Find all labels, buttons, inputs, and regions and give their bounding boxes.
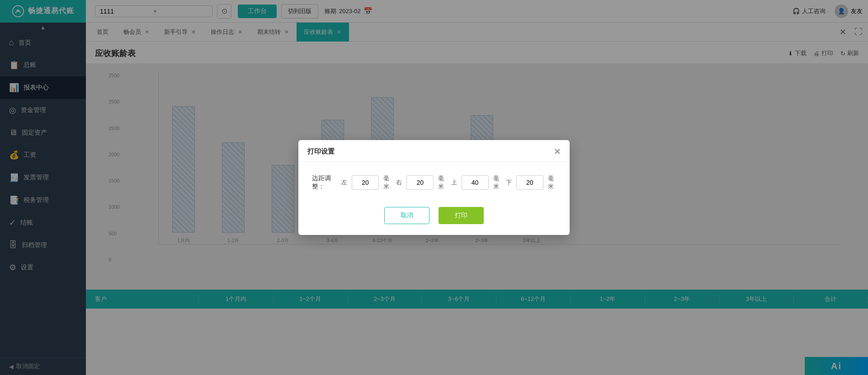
dialog-header: 打印设置 ✕: [298, 140, 570, 162]
confirm-print-button[interactable]: 打印: [439, 207, 484, 224]
left-unit: 毫米: [383, 174, 392, 191]
right-unit: 毫米: [438, 174, 446, 191]
right-margin-input[interactable]: [406, 175, 434, 190]
cancel-button[interactable]: 取消: [384, 207, 429, 224]
dialog-title: 打印设置: [307, 147, 335, 156]
modal-overlay: 打印设置 ✕ 边距调整： 左 毫米 右 毫米 上 毫米 下 毫米 取消 打印: [0, 0, 868, 375]
right-label: 右: [396, 178, 402, 187]
top-unit: 毫米: [493, 174, 501, 191]
dialog-body: 边距调整： 左 毫米 右 毫米 上 毫米 下 毫米: [298, 162, 570, 200]
dialog-footer: 取消 打印: [298, 200, 570, 235]
margin-label: 边距调整：: [312, 174, 334, 191]
top-margin-input[interactable]: [462, 175, 489, 190]
bottom-label: 下: [506, 178, 512, 187]
top-label: 上: [451, 178, 457, 187]
left-label: 左: [341, 178, 347, 187]
bottom-unit: 毫米: [548, 174, 556, 191]
print-settings-dialog: 打印设置 ✕ 边距调整： 左 毫米 右 毫米 上 毫米 下 毫米 取消 打印: [298, 140, 570, 235]
margin-row: 边距调整： 左 毫米 右 毫米 上 毫米 下 毫米: [312, 174, 556, 191]
left-margin-input[interactable]: [352, 175, 379, 190]
dialog-close-button[interactable]: ✕: [554, 148, 561, 156]
bottom-margin-input[interactable]: [516, 175, 543, 190]
